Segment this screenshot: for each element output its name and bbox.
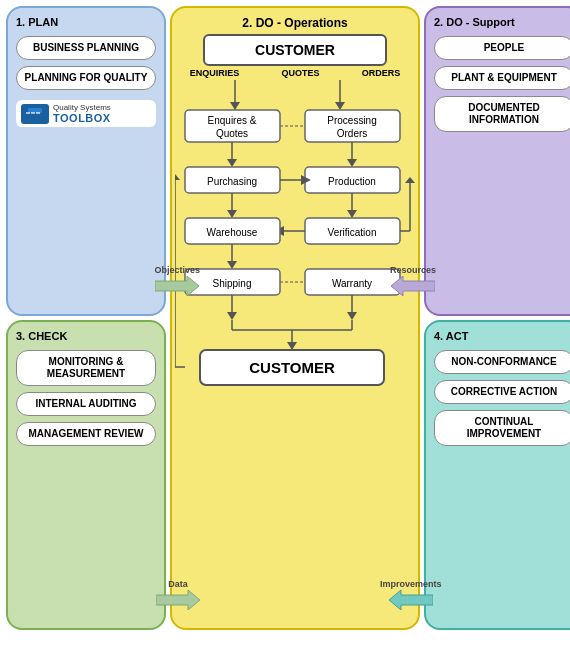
toolbox-logo: Quality Systems TOOLBOX (16, 100, 156, 127)
svg-marker-42 (227, 312, 237, 320)
quotes-label: QUOTES (281, 68, 319, 78)
svg-rect-4 (36, 112, 40, 114)
improvements-arrow-container: Improvements (380, 579, 442, 610)
act-title: 4. ACT (434, 330, 570, 342)
svg-marker-52 (287, 342, 297, 350)
svg-text:Quotes: Quotes (216, 128, 248, 139)
management-review-box: MANAGEMENT REVIEW (16, 422, 156, 446)
plant-equipment-box: PLANT & EQUIPMENT (434, 66, 570, 90)
svg-marker-57 (175, 174, 180, 180)
svg-text:Processing: Processing (327, 115, 376, 126)
svg-marker-62 (156, 590, 200, 610)
svg-text:Warranty: Warranty (332, 278, 372, 289)
toolbox-tb: TOOLBOX (53, 112, 111, 124)
svg-marker-28 (227, 210, 237, 218)
svg-text:Purchasing: Purchasing (207, 176, 257, 187)
svg-text:Orders: Orders (337, 128, 368, 139)
internal-auditing-box: INTERNAL AUDITING (16, 392, 156, 416)
svg-marker-9 (335, 102, 345, 110)
improvements-label: Improvements (380, 579, 442, 589)
toolbox-text: Quality Systems TOOLBOX (53, 103, 111, 124)
monitoring-box: MONITORING & MEASUREMENT (16, 350, 156, 386)
do-support-panel: 2. DO - Support PEOPLE PLANT & EQUIPMENT… (424, 6, 570, 316)
non-conformance-box: NON-CONFORMANCE (434, 350, 570, 374)
svg-rect-2 (26, 112, 30, 114)
toolbox-qs: Quality Systems (53, 103, 111, 112)
svg-text:Warehouse: Warehouse (207, 227, 258, 238)
objectives-arrow-svg (155, 276, 199, 296)
improvements-arrow-svg (389, 590, 433, 610)
data-arrow-container: Data (156, 579, 200, 610)
do-support-title: 2. DO - Support (434, 16, 570, 28)
plan-panel: 1. PLAN BUSINESS PLANNING PLANNING FOR Q… (6, 6, 166, 316)
svg-marker-30 (347, 210, 357, 218)
main-layout: 1. PLAN BUSINESS PLANNING PLANNING FOR Q… (0, 0, 570, 650)
svg-marker-47 (347, 312, 357, 320)
business-planning-box: BUSINESS PLANNING (16, 36, 156, 60)
do-ops-title: 2. DO - Operations (180, 16, 410, 30)
svg-marker-38 (227, 261, 237, 269)
labels-row: ENQUIRIES QUOTES ORDERS (186, 68, 405, 78)
ops-content: CUSTOMER ENQUIRIES QUOTES ORDERS (180, 34, 410, 530)
corrective-action-box: CORRECTIVE ACTION (434, 380, 570, 404)
documented-info-box: DOCUMENTED INFORMATION (434, 96, 570, 132)
toolbox-icon-graphic (21, 104, 49, 124)
svg-marker-5 (155, 276, 199, 296)
customer-top-box: CUSTOMER (203, 34, 387, 66)
orders-label: ORDERS (362, 68, 401, 78)
check-panel: 3. CHECK MONITORING & MEASUREMENT INTERN… (6, 320, 166, 630)
svg-text:Verification: Verification (328, 227, 377, 238)
people-box: PEOPLE (434, 36, 570, 60)
resources-arrow-svg (391, 276, 435, 296)
resources-label: Resources (390, 265, 436, 275)
resources-arrow-container: Resources (390, 265, 436, 296)
svg-marker-60 (405, 177, 415, 183)
ops-flow-svg: Enquires & Quotes Processing Orders Purc… (175, 80, 415, 530)
objectives-arrow-container: Objectives (154, 265, 200, 296)
svg-text:CUSTOMER: CUSTOMER (249, 359, 335, 376)
planning-quality-box: PLANNING FOR QUALITY (16, 66, 156, 90)
svg-marker-7 (230, 102, 240, 110)
svg-rect-3 (31, 112, 35, 114)
svg-marker-63 (389, 590, 433, 610)
continual-improvement-box: CONTINUAL IMPROVEMENT (434, 410, 570, 446)
data-label: Data (168, 579, 188, 589)
objectives-label: Objectives (154, 265, 200, 275)
data-arrow-svg (156, 590, 200, 610)
plan-title: 1. PLAN (16, 16, 156, 28)
svg-marker-19 (347, 159, 357, 167)
check-title: 3. CHECK (16, 330, 156, 342)
enquiries-label: ENQUIRIES (190, 68, 240, 78)
act-panel: 4. ACT NON-CONFORMANCE CORRECTIVE ACTION… (424, 320, 570, 630)
svg-marker-61 (391, 276, 435, 296)
svg-text:Enquires &: Enquires & (208, 115, 257, 126)
svg-text:Shipping: Shipping (213, 278, 252, 289)
svg-text:Production: Production (328, 176, 376, 187)
do-ops-panel: 2. DO - Operations CUSTOMER ENQUIRIES QU… (170, 6, 420, 630)
svg-marker-17 (227, 159, 237, 167)
